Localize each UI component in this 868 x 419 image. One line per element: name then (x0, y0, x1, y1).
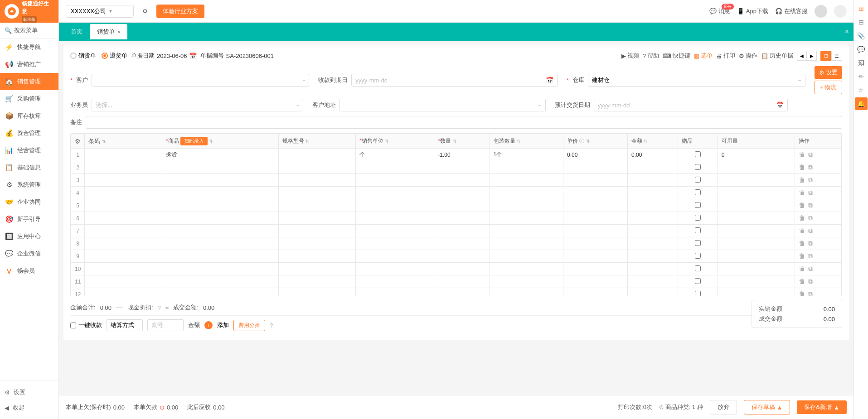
cell-barcode[interactable] (85, 212, 162, 225)
delete-row-button[interactable]: 🗑 (799, 265, 805, 272)
cell-pack-qty[interactable]: 1个 (490, 149, 563, 161)
cell-amount[interactable] (627, 187, 678, 199)
one-click-checkbox[interactable] (70, 323, 76, 328)
gift-checkbox[interactable] (695, 240, 701, 246)
sidebar-item-purchase[interactable]: 🛒 采购管理 (0, 90, 58, 107)
sidebar-item-wechat[interactable]: 💬 企业微信 (0, 245, 58, 262)
sidebar-item-business[interactable]: 📊 经营管理 (0, 142, 58, 159)
cell-amount[interactable] (627, 263, 678, 275)
video-button[interactable]: ▶ 视频 (621, 52, 639, 60)
cell-quantity[interactable] (434, 225, 490, 237)
gift-checkbox[interactable] (695, 278, 701, 284)
cell-amount[interactable] (627, 288, 678, 297)
sidebar-item-finance[interactable]: 💰 资金管理 (0, 125, 58, 142)
cell-spec[interactable] (278, 199, 355, 212)
cell-product[interactable] (162, 263, 278, 275)
cell-amount[interactable] (627, 212, 678, 225)
payment-due-input[interactable]: yyyy-mm-dd 📅 (351, 74, 557, 87)
abandon-button[interactable]: 放弃 (710, 400, 737, 414)
filter-button[interactable]: ▦ 选单 (694, 52, 713, 60)
right-panel-layout1[interactable]: ⊞ (855, 2, 868, 15)
cell-gift[interactable] (678, 174, 718, 187)
radio-return[interactable]: 退货单 (102, 52, 127, 60)
cell-unit-price[interactable] (563, 250, 628, 263)
cell-gift[interactable] (678, 161, 718, 174)
cell-unit[interactable] (356, 199, 434, 212)
cell-unit-price[interactable] (563, 174, 628, 187)
cell-barcode[interactable] (85, 263, 162, 275)
cell-gift[interactable] (678, 250, 718, 263)
cell-quantity[interactable] (434, 250, 490, 263)
expected-date-input[interactable]: yyyy-mm-dd 📅 (594, 99, 788, 111)
cell-amount[interactable] (627, 237, 678, 250)
cell-unit-price[interactable] (563, 187, 628, 199)
calendar-icon[interactable]: 📅 (189, 53, 197, 59)
cell-spec[interactable] (278, 275, 355, 288)
user-avatar[interactable] (815, 5, 827, 18)
delete-row-button[interactable]: 🗑 (799, 189, 805, 196)
cell-product[interactable] (162, 250, 278, 263)
cell-quantity[interactable] (434, 237, 490, 250)
view-list[interactable]: ☰ (831, 51, 842, 61)
view-table[interactable]: ⊞ (820, 51, 831, 61)
delete-row-button[interactable]: 🗑 (799, 252, 805, 260)
cell-product[interactable] (162, 225, 278, 237)
cell-unit-price[interactable] (563, 263, 628, 275)
company-selector[interactable]: XXXXXX公司 ▼ (66, 5, 134, 18)
right-panel-action[interactable]: 🔔 (855, 97, 868, 110)
cell-quantity[interactable] (434, 212, 490, 225)
cell-spec[interactable] (278, 225, 355, 237)
cell-unit[interactable] (356, 174, 434, 187)
gift-checkbox[interactable] (695, 291, 701, 297)
cell-gift[interactable] (678, 225, 718, 237)
info-icon[interactable]: ⓘ (579, 138, 584, 144)
cell-pack-qty[interactable] (490, 212, 563, 225)
cell-product[interactable] (162, 174, 278, 187)
cell-amount[interactable] (627, 275, 678, 288)
account-input[interactable]: 账号 (147, 319, 184, 331)
cell-gift[interactable] (678, 149, 718, 161)
col-settings[interactable]: ⚙ (71, 134, 85, 149)
right-panel-edit[interactable]: ✏ (855, 70, 868, 83)
cell-amount[interactable] (627, 250, 678, 263)
cell-product[interactable] (162, 199, 278, 212)
cell-barcode[interactable] (85, 288, 162, 297)
cell-product[interactable] (162, 161, 278, 174)
cell-unit-price[interactable] (563, 237, 628, 250)
copy-row-button[interactable]: ⧉ (808, 240, 813, 247)
radio-sales[interactable]: 销货单 (70, 52, 96, 60)
sidebar-item-appstore[interactable]: 🔲 应用中心 (0, 228, 58, 245)
shortcut-button[interactable]: ⌨ 快捷键 (663, 52, 690, 60)
tab-sales-order[interactable]: 销货单 × (90, 24, 127, 39)
cell-product[interactable] (162, 275, 278, 288)
cell-product[interactable] (162, 187, 278, 199)
delete-row-button[interactable]: 🗑 (799, 164, 805, 171)
print-button[interactable]: 🖨 打印 (716, 52, 735, 60)
gift-checkbox[interactable] (695, 189, 701, 195)
customer-input[interactable]: ··· (92, 74, 309, 87)
sidebar-item-marketing[interactable]: 📢 营销推广 (0, 56, 58, 73)
remarks-input[interactable] (86, 116, 842, 129)
cell-unit-price[interactable]: 0.00 (563, 149, 628, 161)
operate-button[interactable]: ⚙ 操作 (739, 52, 757, 60)
user-avatar2[interactable] (834, 5, 847, 18)
cell-barcode[interactable] (85, 161, 162, 174)
cell-spec[interactable] (278, 187, 355, 199)
sidebar-item-inventory[interactable]: 📦 库存核算 (0, 107, 58, 125)
gift-checkbox[interactable] (695, 177, 701, 183)
delete-row-button[interactable]: 🗑 (799, 227, 805, 234)
cell-unit[interactable] (356, 275, 434, 288)
cell-product[interactable]: 拆货 (162, 149, 278, 161)
cell-quantity[interactable] (434, 263, 490, 275)
tab-home[interactable]: 首页 (63, 24, 90, 39)
sidebar-item-basic[interactable]: 📋 基础信息 (0, 159, 58, 176)
right-panel-star[interactable]: ☆ (855, 84, 868, 96)
tab-bar-close-icon[interactable]: × (845, 28, 849, 36)
cell-amount[interactable]: 0.00 (627, 149, 678, 161)
cell-quantity[interactable] (434, 187, 490, 199)
cell-quantity[interactable] (434, 161, 490, 174)
cell-barcode[interactable] (85, 187, 162, 199)
cell-amount[interactable] (627, 174, 678, 187)
cell-pack-qty[interactable] (490, 187, 563, 199)
cell-spec[interactable] (278, 263, 355, 275)
